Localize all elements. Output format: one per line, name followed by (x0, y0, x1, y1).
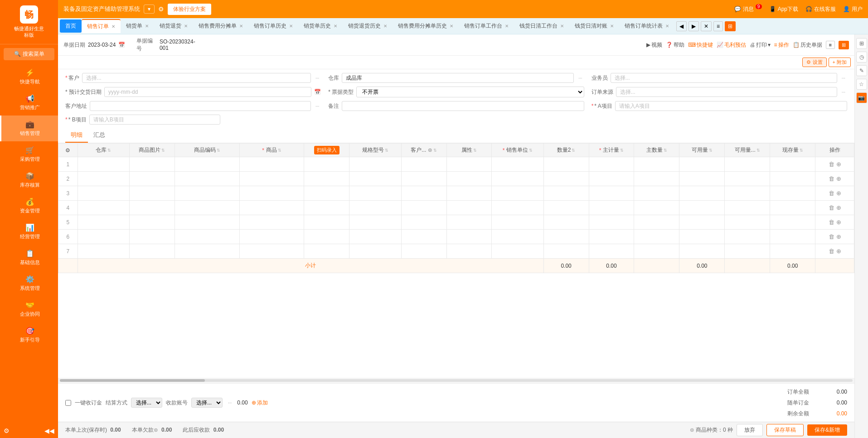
row-main-qty-1[interactable] (634, 157, 679, 172)
row-customer-code-1[interactable] (401, 157, 446, 172)
tab-close-icon[interactable]: ✕ (289, 24, 293, 29)
tab-close-icon[interactable]: ✕ (505, 24, 509, 29)
rap-btn-1[interactable]: ⊞ (856, 38, 867, 49)
tab-order-workbench[interactable]: 销售订单工作台 ✕ (459, 19, 514, 33)
sidebar-item-marketing[interactable]: 📢 营销推广 (0, 90, 58, 116)
row-warehouse-1[interactable] (78, 157, 129, 172)
delete-row-5-btn[interactable]: 🗑 (829, 219, 834, 226)
address-ellipsis[interactable]: ··· (314, 104, 321, 109)
tab-sales-stats[interactable]: 销售订单统计表 ✕ (619, 19, 674, 33)
tab-close-icon[interactable]: ✕ (239, 24, 243, 29)
row-code-1[interactable] (175, 157, 239, 172)
tab-expense-history[interactable]: 销售费用分摊单历史 ✕ (393, 19, 459, 33)
delete-row-3-btn[interactable]: 🗑 (829, 190, 834, 197)
tab-next-button[interactable]: ▶ (689, 21, 699, 31)
rap-btn-2[interactable]: ◷ (856, 52, 867, 63)
tab-sales-slip[interactable]: 销货单 ✕ (121, 19, 154, 33)
customer-address-input[interactable] (90, 101, 311, 111)
copy-row-5-btn[interactable]: ⊕ (836, 219, 841, 226)
bank-account-select[interactable]: 选择... (191, 398, 223, 408)
history-action[interactable]: 📋 历史单据 (793, 41, 822, 49)
row-available-1[interactable] (679, 157, 725, 172)
search-menu-button[interactable]: 🔍 搜索菜单 (4, 48, 54, 60)
rap-btn-3[interactable]: ✎ (856, 65, 867, 76)
delivery-calendar-icon[interactable]: 📅 (314, 89, 321, 95)
row-warehouse-2[interactable] (78, 172, 129, 186)
staff-input[interactable] (611, 73, 837, 83)
tab-sales-order-history[interactable]: 销售订单历史 ✕ (248, 19, 298, 33)
delivery-date-input[interactable] (104, 87, 311, 97)
table-scrollbar[interactable] (58, 378, 854, 383)
tab-expand-button[interactable]: ⊞ (725, 21, 736, 31)
copy-row-4-btn[interactable]: ⊕ (836, 204, 841, 211)
tab-close-icon[interactable]: ✕ (184, 24, 188, 29)
sidebar-item-system[interactable]: ⚙️ 系统管理 (0, 270, 58, 296)
add-payment-link[interactable]: ⊕ 添加 (252, 399, 268, 407)
row-product-1[interactable] (239, 157, 304, 172)
tab-menu-button[interactable]: ≡ (713, 21, 723, 31)
warehouse-ellipsis[interactable]: ··· (577, 76, 584, 81)
row-stock-1[interactable] (770, 157, 815, 172)
save-draft-button[interactable]: 保存草稿 (766, 424, 804, 436)
delete-row-6-btn[interactable]: 🗑 (829, 233, 834, 240)
tab-sales-expense[interactable]: 销售费用分摊单 ✕ (193, 19, 248, 33)
copy-row-7-btn[interactable]: ⊕ (836, 248, 841, 255)
row-main-unit-1[interactable] (589, 157, 634, 172)
b-project-input[interactable] (89, 115, 220, 125)
tab-sales-return-history[interactable]: 销货退货历史 ✕ (343, 19, 393, 33)
sidebar-item-quick[interactable]: ⚡ 快捷导航 (0, 64, 58, 90)
collapse-btn[interactable]: ◀◀ (44, 427, 54, 434)
sidebar-item-finance[interactable]: 💰 资金管理 (0, 193, 58, 219)
sidebar-item-coop[interactable]: 🤝 企业协同 (0, 296, 58, 322)
detail-tab-detail[interactable]: 明细 (65, 128, 88, 143)
calendar-icon[interactable]: 📅 (118, 42, 125, 48)
tab-close-icon[interactable]: ✕ (334, 24, 337, 29)
row-attr-1[interactable] (446, 157, 492, 172)
app-dropdown-button[interactable]: ▾ (144, 5, 155, 14)
copy-row-6-btn[interactable]: ⊕ (836, 233, 841, 240)
sidebar-item-purchase[interactable]: 🛒 采购管理 (0, 141, 58, 167)
settings-quick-btn[interactable]: ⚙ 设置 (802, 58, 826, 67)
order-source-ellipsis[interactable]: ··· (840, 90, 847, 95)
tab-sales-return[interactable]: 销货退货 ✕ (154, 19, 193, 33)
tab-close-icon[interactable]: ✕ (610, 24, 614, 29)
row-scan-1[interactable] (304, 157, 349, 172)
a-project-input[interactable] (615, 101, 847, 111)
tab-home[interactable]: 首页 (60, 19, 82, 33)
tab-close-icon[interactable]: ✕ (112, 24, 115, 29)
warehouse-input[interactable] (342, 73, 574, 83)
one-key-checkbox[interactable] (65, 400, 71, 406)
online-service-button[interactable]: 🎧 在线客服 (805, 5, 836, 13)
message-button[interactable]: 💬 消息 9 (734, 5, 762, 13)
payment-method-select[interactable]: 选择... (131, 398, 162, 408)
tab-daily-workbench[interactable]: 钱货日清工作台 ✕ (514, 19, 569, 33)
staff-ellipsis[interactable]: ··· (840, 76, 847, 81)
addon-quick-btn[interactable]: + 附加 (829, 58, 851, 67)
sidebar-item-inventory[interactable]: 📦 库存核算 (0, 167, 58, 193)
bank-ellipsis[interactable]: ··· (226, 400, 233, 405)
delete-row-2-btn[interactable]: 🗑 (829, 175, 834, 182)
order-source-input[interactable] (616, 87, 837, 97)
detail-tab-summary[interactable]: 汇总 (88, 128, 111, 143)
tab-close-icon[interactable]: ✕ (145, 24, 149, 29)
row-image-1[interactable] (130, 157, 175, 172)
sidebar-item-sales[interactable]: 💼 销售管理 (0, 116, 58, 141)
customer-input[interactable] (82, 73, 311, 83)
delete-row-4-btn[interactable]: 🗑 (829, 204, 834, 211)
user-button[interactable]: 👤 用户 (843, 5, 863, 13)
rap-btn-4[interactable]: ☆ (856, 79, 867, 90)
print-action[interactable]: 🖨 打印 ▾ (750, 41, 771, 49)
tab-sales-slip-history[interactable]: 销货单历史 ✕ (298, 19, 343, 33)
shortcut-action[interactable]: ⌨ 快捷键 (688, 41, 713, 49)
save-new-button[interactable]: 保存&新增 (807, 424, 847, 436)
rap-btn-5[interactable]: 📷 (856, 92, 867, 103)
grid-view-btn[interactable]: ⊞ (839, 41, 849, 49)
operation-action[interactable]: ≡ 操作 (774, 41, 789, 49)
settings-icon-btn[interactable]: ⚙ (4, 427, 10, 434)
sidebar-item-business[interactable]: 📊 经营管理 (0, 219, 58, 245)
customer-ellipsis[interactable]: ··· (314, 76, 321, 81)
copy-row-1-btn[interactable]: ⊕ (836, 161, 841, 168)
ticket-type-select[interactable]: 不开票 普票 专票 (356, 87, 584, 97)
discard-button[interactable]: 放弃 (737, 424, 763, 436)
row-available2-1[interactable] (725, 157, 770, 172)
